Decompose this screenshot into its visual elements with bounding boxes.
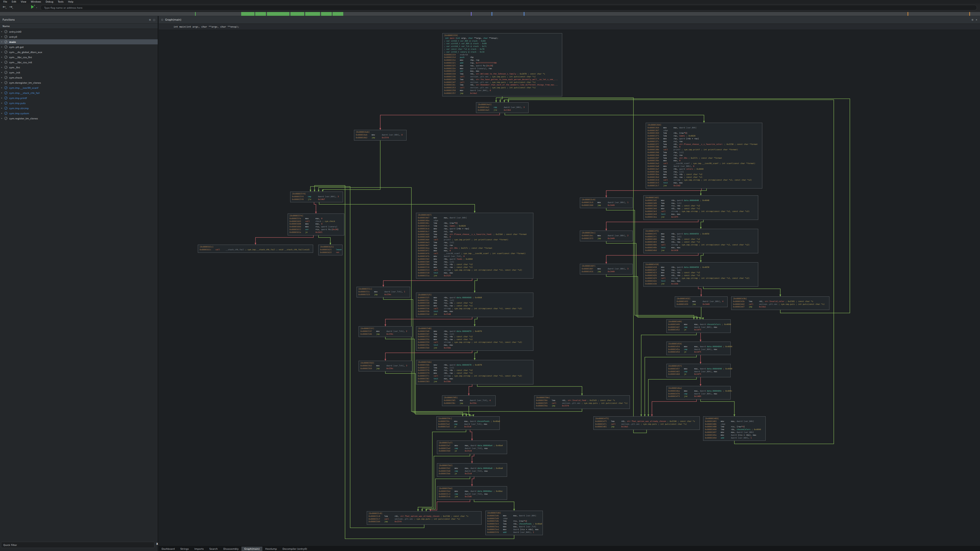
disasm-line[interactable]: 0x00001553movrsi, rdx ; const char *s2	[416, 335, 533, 338]
disasm-line[interactable]: 0x00001579movrdi, rax ; const char *s1	[416, 372, 533, 375]
tab-Hexdump[interactable]: Hexdump	[262, 547, 280, 551]
disasm-line[interactable]: 0x000014abmovdword [var_84h], 0	[354, 134, 406, 137]
disasm-line[interactable]: 0x00001502movrdx, qword foods ; 0x4060	[416, 258, 533, 261]
graph-options-icon[interactable]: ⚙	[971, 19, 974, 21]
disasm-line[interactable]: 0x0000150dmovrsi, rdx ; const char *s2	[416, 263, 533, 266]
disasm-line[interactable]: 0x000014ealeardi, str.99s ; 0x217c ; con…	[416, 247, 533, 250]
disasm-line[interactable]: ; var int64_t canary @ stack - 0x10	[442, 51, 562, 54]
basic-block-0x000015f4[interactable]: [0x000015f4]0x000015f4cmpdword [var_84h]…	[290, 192, 343, 202]
disasm-line[interactable]: 0x000013eajne0x13f5	[644, 216, 758, 219]
function-item-sym.__do_global_dtors_aux[interactable]: ▸ƒsym.__do_global_dtors_aux	[0, 49, 158, 55]
quick-filter-close-button[interactable]: X	[156, 543, 158, 545]
disasm-line[interactable]: 0x0000131emovrbp, rsp	[442, 59, 562, 62]
disasm-line[interactable]: 0x00001347callsection..plt.sec ; sym.imp…	[442, 81, 562, 84]
disasm-line[interactable]: 0x00001603callcheck ; sym.check	[288, 220, 344, 223]
basic-block-0x00001319[interactable]: [0x00001319] int main (int argc, char **…	[442, 33, 562, 97]
expand-arrow-icon[interactable]: ▸	[0, 92, 3, 94]
function-item-sym.imp.printf[interactable]: ▸ƒsym.imp.printf	[0, 95, 158, 100]
basic-block-0x000013d2[interactable]: [0x000013d2]0x000013d2movrdx, qword data…	[643, 195, 758, 220]
disasm-line[interactable]: 0x00001442callsection..plt.sec ; sym.imp…	[732, 303, 829, 306]
disasm-line[interactable]: 0x000015a2cmpdword [var_7ch], eax	[437, 423, 500, 426]
basic-block-0x00001585[interactable]: [0x00001585]0x00001585movdword [var_7ch]…	[442, 395, 496, 406]
menu-debug[interactable]: Debug	[43, 0, 56, 3]
disasm-line[interactable]: 0x0000161aje0x1621	[288, 231, 344, 234]
basic-block-0x0000143b[interactable]: [0x0000143b]0x0000143bleardi, str.Invali…	[731, 297, 829, 310]
seekbar-flag-tick[interactable]	[471, 12, 472, 16]
disasm-line[interactable]: 0x00001608moveax, 0	[288, 223, 344, 225]
disasm-line[interactable]: 0x00001432movdword [var_80h], 4	[675, 300, 727, 303]
basic-block-0x00001548[interactable]: [0x00001548]0x00001548movrdx, qword data…	[416, 326, 533, 351]
disasm-line[interactable]: 0x00001513callstrcmp ; sym.imp.strcmp ; …	[416, 269, 533, 272]
expand-arrow-icon[interactable]: ▸	[0, 66, 3, 68]
panel-detach-icon[interactable]: ▢	[153, 19, 155, 21]
disasm-line[interactable]: 0x00001319endbr64	[442, 54, 562, 56]
seekbar-flag-tick[interactable]	[492, 12, 492, 16]
disasm-line[interactable]: 0x00001611xorrcx, qword fs:[0x28]	[288, 228, 344, 231]
seekbar-section[interactable]	[290, 12, 304, 16]
disasm-line[interactable]: 0x00001585movdword [var_7ch], 4	[442, 399, 495, 402]
disasm-line[interactable]: 0x000015c8leardi, str.That_option_was_al…	[367, 515, 481, 518]
disasm-line[interactable]: 0x0000145fmoveax, dword data.00004098 ; …	[667, 368, 730, 370]
disasm-line[interactable]: 0x00001430jne0x143b	[644, 283, 758, 286]
disasm-line[interactable]: 0x0000152clearax, [s1]	[416, 299, 533, 302]
address-seekbar[interactable]	[0, 12, 980, 16]
disasm-line[interactable]: 0x00001483moveax, dword [var_84h]	[703, 420, 765, 423]
disasm-line[interactable]: 0x000014d9moveax, 0	[416, 236, 533, 238]
disasm-line[interactable]: 0x000015a7moveax, dword data.000040a4 ; …	[437, 445, 507, 447]
expand-arrow-icon[interactable]: ▸	[0, 36, 3, 38]
disasm-line[interactable]: 0x00001423movrsi, rdx ; const char *s2	[644, 272, 758, 274]
disasm-line[interactable]: 0x000014d2leardi, str.Please_choose__s_s…	[416, 233, 533, 236]
disasm-line[interactable]: 0x000015eamoveax, dword [var_7ch]	[486, 526, 542, 528]
disasm-line[interactable]: 0x00001400movrsi, rdx ; const char *s2	[644, 238, 758, 241]
basic-block-0x000013c9[interactable]: [0x000013c9]0x000013c9movdword [var_80h]…	[580, 197, 633, 208]
seekbar-flag-tick[interactable]	[524, 12, 525, 16]
function-item-entry0[interactable]: ▸ƒentry0	[0, 34, 158, 39]
disasm-line[interactable]: 0x0000133bcallsection..plt.sec ; sym.imp…	[442, 76, 562, 78]
function-item-main[interactable]: ▸ƒmain	[0, 39, 158, 44]
forward-button[interactable]: →	[9, 5, 13, 9]
basic-block-0x0000153f[interactable]: [0x0000153f]0x0000153fmovdword [var_7ch]…	[359, 326, 412, 337]
disasm-line[interactable]: 0x000015d6moveax, dword [var_84h]	[486, 514, 542, 517]
basic-block-0x0000145f[interactable]: [0x0000145f]0x0000145fmoveax, dword data…	[667, 364, 731, 377]
expand-arrow-icon[interactable]: ▸	[0, 46, 3, 48]
basic-block-0x00001525[interactable]: [0x00001525]0x00001525movrdx, qword data…	[416, 292, 533, 317]
seekbar-section[interactable]	[305, 12, 320, 16]
quick-filter-input[interactable]	[1, 542, 154, 548]
disasm-line[interactable]: 0x0000151ajne0x1525	[416, 275, 533, 277]
tab-Decompiler (entry0)[interactable]: Decompiler (entry0)	[280, 547, 310, 551]
disasm-line[interactable]: 0x0000145dje0x1475	[667, 351, 730, 354]
menu-file[interactable]: File	[1, 0, 10, 3]
disasm-line[interactable]: 0x000015f8jle0x14b7	[290, 198, 343, 201]
disasm-line[interactable]: 0x000015c3cmpdword [var_7ch], eax	[437, 493, 507, 495]
disasm-line[interactable]: 0x0000149amovdword [rcx + rdx], eax	[703, 434, 765, 437]
disasm-line[interactable]: 0x0000151cmovdword [var_7ch], 1	[357, 291, 410, 293]
disasm-line[interactable]: 0x00001560jne0x156b	[416, 347, 533, 349]
disasm-line[interactable]: 0x0000156bmovrdx, qword data.00004078 ; …	[416, 364, 533, 367]
disasm-line[interactable]: 0x0000132emovqword [canary], rax	[442, 67, 562, 70]
flag-search-input[interactable]	[40, 5, 977, 11]
disasm-line[interactable]: 0x000013afmovrdx, qword colors ; 0x4040	[646, 168, 762, 171]
disasm-line[interactable]: 0x000014e3learax, [s1]	[416, 241, 533, 244]
disasm-line[interactable]: 0x0000142etesteax, eax	[644, 280, 758, 283]
disasm-line[interactable]: 0x00001468je0x1475	[667, 373, 730, 376]
seekbar-section[interactable]	[332, 12, 343, 16]
basic-block-0x00001418[interactable]: [0x00001418]0x00001418movrdx, qword data…	[643, 262, 758, 287]
disasm-line[interactable]: 0x000015bbje0x15c8	[437, 472, 507, 475]
disasm-line[interactable]: 0x000015b2moveax, dword data.000040a8 ; …	[437, 467, 507, 470]
basic-block-0x0000151c[interactable]: [0x0000151c]0x0000151cmovdword [var_7ch]…	[356, 287, 410, 297]
disasm-line[interactable]: 0x0000138bcallprintf ; sym.imp.printf ; …	[646, 148, 762, 151]
disasm-line[interactable]: 0x00001490leardx, chosenColors ; 0x4090	[703, 428, 765, 431]
disasm-line[interactable]: 0x0000140djne0x1418	[644, 249, 758, 252]
functions-panel-title[interactable]: Functions ⚙ ▢	[0, 16, 158, 24]
menu-view[interactable]: View	[19, 0, 29, 3]
disasm-line[interactable]: 0x00001546jmp0x159c	[359, 333, 412, 336]
disasm-line[interactable]: 0x0000158eleardi, str.Invalid_food ; 0x2…	[535, 399, 630, 402]
disasm-line[interactable]: 0x000013ddmovrsi, rdx ; const char *s2	[644, 205, 758, 207]
disasm-line[interactable]: 0x000015d9cdqe	[486, 517, 542, 520]
disasm-line[interactable]: 0x00001447jmp0x14a1	[732, 306, 829, 308]
disasm-line[interactable]: 0x0000160dmovrcx, qword [canary]	[288, 225, 344, 228]
disasm-line[interactable]: 0x000015dblearcx, [rax*4]	[486, 520, 542, 523]
function-item-sym._fini[interactable]: ▸ƒsym._fini	[0, 65, 158, 70]
seekbar-flag-tick[interactable]	[195, 12, 196, 16]
disasm-line[interactable]: 0x00001371learax, names ; 0x4020	[646, 135, 762, 138]
